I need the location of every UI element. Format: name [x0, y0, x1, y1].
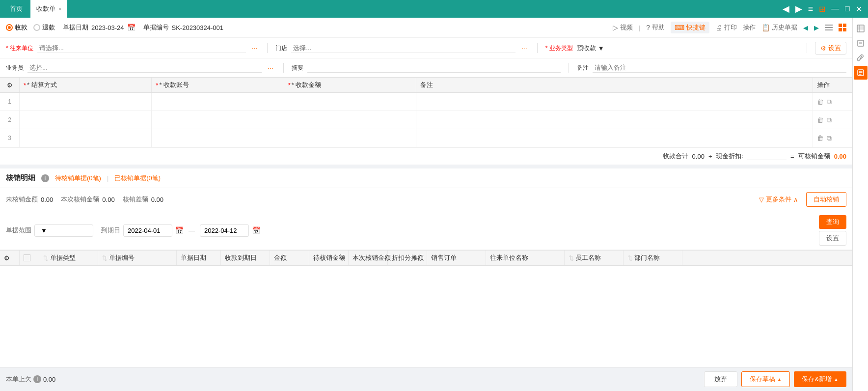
row-1-action-btns: 🗑 ⧉	[817, 98, 832, 106]
row-3-copy-icon[interactable]: ⧉	[827, 134, 832, 142]
row-3-amount-input[interactable]	[288, 135, 412, 142]
menu-lines-btn[interactable]	[825, 25, 833, 30]
receipt-radio-circle	[6, 24, 13, 31]
business-type-select[interactable]: 预收款 ▼	[577, 44, 604, 53]
row-2-remark-input[interactable]	[420, 116, 809, 124]
counterparty-more-btn[interactable]: ···	[250, 44, 260, 52]
row-2-amount-input[interactable]	[288, 116, 412, 124]
verification-area: 核销明细 i 待核销单据(0笔) | 已核销单据(0笔) 未核销金额 0.00 …	[0, 168, 852, 367]
row-2-delete-icon[interactable]: 🗑	[817, 116, 824, 124]
summary-input[interactable]	[307, 63, 561, 73]
auto-verify-button[interactable]: 自动核销	[806, 192, 846, 207]
next-page-icon[interactable]: ▶	[814, 24, 819, 31]
verify-settings-icon[interactable]: ⚙	[4, 254, 10, 262]
store-section: 门店 ···	[275, 43, 529, 53]
row-1-settle[interactable]	[20, 93, 152, 111]
refund-radio[interactable]: 退款	[33, 23, 55, 32]
sidebar-icon-table[interactable]	[854, 22, 868, 35]
staff-input[interactable]	[27, 63, 262, 73]
row-2-account-input[interactable]	[156, 116, 279, 124]
row-3-delete-icon[interactable]: 🗑	[817, 134, 824, 142]
completed-tab[interactable]: 已核销单据(0笔)	[114, 174, 161, 183]
sidebar-icon-active[interactable]	[854, 66, 868, 80]
row-2-amount[interactable]	[284, 111, 416, 129]
store-more-btn[interactable]: ···	[519, 44, 529, 52]
receipt-radio[interactable]: 收款	[6, 23, 27, 32]
shortcut-button[interactable]: ⌨ 快捷键	[671, 22, 709, 33]
calendar-icon[interactable]: 📅	[127, 24, 136, 31]
grid-menu-btn[interactable]	[839, 24, 846, 31]
row-3-amount[interactable]	[284, 129, 416, 147]
date-to-input[interactable]	[200, 224, 249, 237]
history-button[interactable]: 📋 历史单据	[761, 23, 797, 32]
prev-page-icon[interactable]: ◀	[803, 24, 808, 31]
row-3-remark[interactable]	[416, 129, 813, 147]
row-2-copy-icon[interactable]: ⧉	[827, 116, 832, 124]
row-1-copy-icon[interactable]: ⧉	[827, 98, 832, 106]
row-1-account-input[interactable]	[156, 98, 279, 106]
row-3-settle-input[interactable]	[24, 135, 147, 142]
help-icon: ?	[646, 24, 650, 31]
window-minimize-icon[interactable]: —	[829, 4, 841, 13]
video-button[interactable]: ▷ 视频	[613, 23, 633, 32]
store-input[interactable]	[291, 43, 515, 53]
row-2-account[interactable]	[152, 111, 284, 129]
row-3-account[interactable]	[152, 129, 284, 147]
row-2-settle[interactable]	[20, 111, 152, 129]
date-from-input[interactable]	[123, 224, 172, 237]
notes-input[interactable]	[593, 63, 846, 73]
grid-view-icon[interactable]: ⊞	[817, 4, 827, 14]
row-1-remark[interactable]	[416, 93, 813, 111]
filter-setting-button[interactable]: 设置	[819, 231, 846, 246]
save-draft-arrow-icon: ▲	[777, 377, 782, 382]
discount-input[interactable]	[747, 152, 787, 160]
save-new-button[interactable]: 保存&新增 ▲	[794, 371, 846, 387]
save-draft-button[interactable]: 保存草稿 ▲	[741, 371, 790, 387]
row-3-settle[interactable]	[20, 129, 152, 147]
calendar-to-icon[interactable]: 📅	[252, 226, 260, 234]
close-tab-icon[interactable]: ×	[58, 6, 61, 12]
settings-icon[interactable]: ⚙	[7, 82, 13, 89]
bottom-actions: 放弃 保存草稿 ▲ 保存&新增 ▲	[704, 371, 846, 387]
staff-more-btn[interactable]: ···	[266, 64, 275, 72]
sidebar-icon-attach[interactable]	[854, 51, 868, 65]
row-1-amount-input[interactable]	[288, 98, 412, 106]
window-maximize-icon[interactable]: □	[843, 4, 852, 13]
row-3-account-input[interactable]	[156, 135, 279, 142]
row-3-remark-input[interactable]	[420, 135, 809, 142]
summary-row: 收款合计 0.00 + 现金折扣: = 可核销金额 0.00	[0, 147, 852, 165]
query-button[interactable]: 查询	[819, 215, 846, 229]
pending-tab[interactable]: 待核销单据(0笔)	[55, 174, 101, 183]
receipt-tab[interactable]: 收款单 ×	[30, 0, 67, 18]
bottom-info-icon[interactable]: i	[33, 375, 41, 383]
row-1-remark-input[interactable]	[420, 98, 809, 106]
row-1-delete-icon[interactable]: 🗑	[817, 98, 824, 106]
row-1-amount[interactable]	[284, 93, 416, 111]
home-tab[interactable]: 首页	[4, 0, 28, 18]
counterparty-input[interactable]	[37, 43, 246, 53]
row-2-settle-input[interactable]	[24, 116, 147, 124]
more-filters-btn[interactable]: ▽ 更多条件 ∧	[759, 195, 798, 204]
number-value: SK-20230324-001	[172, 24, 224, 31]
current-verify-value: 0.00	[102, 196, 114, 203]
next-icon[interactable]: ▶	[793, 3, 804, 14]
discard-button[interactable]: 放弃	[704, 371, 737, 387]
filter-icon: ▽	[759, 196, 764, 203]
menu-lines-icon[interactable]: ≡	[806, 4, 815, 14]
row-1-settle-input[interactable]	[24, 98, 147, 106]
row-2-remark[interactable]	[416, 111, 813, 129]
range-select[interactable]: ▼	[34, 224, 93, 237]
settings-button[interactable]: ⚙ 设置	[815, 42, 846, 55]
select-all-checkbox[interactable]	[24, 254, 30, 261]
staff-section: 业务员 ···	[6, 63, 275, 73]
calendar-from-icon[interactable]: 📅	[175, 226, 184, 234]
help-button[interactable]: ? 帮助	[646, 23, 665, 32]
row-1-account[interactable]	[152, 93, 284, 111]
print-button[interactable]: 🖨 打印	[715, 23, 737, 32]
operation-button[interactable]: 操作	[743, 23, 756, 32]
prev-icon[interactable]: ◀	[781, 3, 791, 14]
business-type-section: * 业务类型 预收款 ▼	[545, 44, 799, 53]
window-close-icon[interactable]: ✕	[854, 4, 864, 14]
sidebar-icon-list[interactable]	[854, 36, 868, 50]
verification-info-icon[interactable]: i	[41, 174, 49, 182]
